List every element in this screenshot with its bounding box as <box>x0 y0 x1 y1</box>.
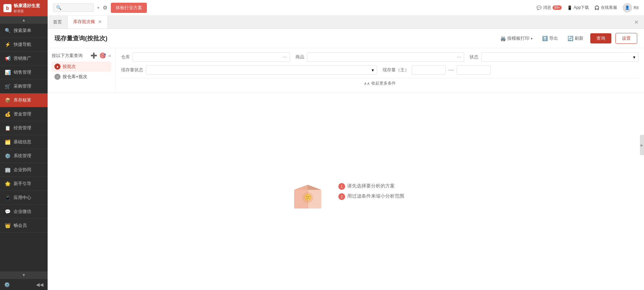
warehouse-input[interactable]: ··· <box>133 52 290 62</box>
sidebar-item-newuser[interactable]: 🌟 新手引导 <box>0 177 48 191</box>
quicknav-icon: ⚡ <box>4 41 11 48</box>
messages-label: 消息 <box>543 5 551 11</box>
sidebar-item-quicknav[interactable]: ⚡ 快捷导航 <box>0 38 48 52</box>
sidebar-item-wechat[interactable]: 💬 企业微信 <box>0 205 48 219</box>
wechat-icon: 💬 <box>4 208 11 215</box>
status-chevron-icon: ▾ <box>633 55 635 60</box>
scheme-item-warehouse-batch[interactable]: ○ 按仓库+批次 <box>52 72 111 82</box>
sidebar-item-finance[interactable]: 💰 资金管理 <box>0 107 48 121</box>
sidebar: b 畅康通好生意 标准版 ▲ 🔍 搜索菜单 ⚡ 快捷导航 📢 营销推广 📊 销售… <box>0 0 48 290</box>
sidebar-scroll-down[interactable]: ▼ <box>0 271 48 279</box>
system-icon: ⚙️ <box>4 152 11 159</box>
topbar-gear-icon[interactable]: ⚙ <box>103 4 107 11</box>
collapse-left-icon[interactable]: « <box>108 53 111 59</box>
sidebar-item-purchase[interactable]: 🛒 采购管理 <box>0 79 48 93</box>
tab-inventory-batch-label: 库存批次账 <box>73 19 95 25</box>
main-area: 🔍 ▾ ⚙ 体验行业方案 💬 消息 99+ 📱 App下载 🎧 在线客服 👤 R <box>48 0 644 290</box>
export-icon: ⬆️ <box>542 36 548 41</box>
sidebar-item-label-search: 搜索菜单 <box>14 28 31 34</box>
search-input[interactable] <box>63 5 90 10</box>
hint-num-2: 2 <box>338 193 345 200</box>
finance-icon: 💰 <box>4 111 11 117</box>
print-icon: 🖨️ <box>500 36 506 41</box>
query-btn[interactable]: 查询 <box>590 33 611 43</box>
settings-icon[interactable]: ⚙️ <box>4 282 10 287</box>
sidebar-item-label-marketing: 营销推广 <box>14 55 31 61</box>
refresh-label: 刷新 <box>575 35 583 41</box>
sidebar-item-member[interactable]: 👑 畅会员 <box>0 219 48 233</box>
user-area[interactable]: 👤 Rit <box>623 3 639 13</box>
quantity-min-input[interactable] <box>412 65 446 75</box>
app-logo: b <box>3 4 12 12</box>
empty-text-area: 1 请先选择要分析的方案 2 用过滤条件来缩小分析范围 <box>338 183 404 200</box>
add-scheme-icon[interactable]: ➕ <box>90 52 97 59</box>
collapse-label: 收起更多条件 <box>371 80 396 86</box>
refresh-icon: 🔄 <box>567 36 573 41</box>
product-more-icon[interactable]: ··· <box>457 54 461 60</box>
sidebar-item-inventory[interactable]: 📦 库存核算 <box>0 93 48 107</box>
refresh-btn[interactable]: 🔄 刷新 <box>565 34 586 43</box>
sidebar-scroll-up[interactable]: ▲ <box>0 16 48 24</box>
print-template-label: 按模板打印 <box>507 35 529 41</box>
scheme-label-warehouse-batch: 按仓库+批次 <box>63 74 87 80</box>
export-btn[interactable]: ⬆️ 导出 <box>539 34 561 43</box>
app-title-area: 畅康通好生意 标准版 <box>14 3 44 14</box>
settings-btn[interactable]: 设置 <box>615 33 637 44</box>
empty-illustration: 😕 <box>287 171 328 212</box>
quantity-max-input[interactable] <box>457 65 491 75</box>
tab-inventory-batch[interactable]: 库存批次账 ✕ <box>68 16 108 29</box>
sidebar-item-label-wechat: 企业微信 <box>14 209 31 215</box>
sidebar-item-label-quicknav: 快捷导航 <box>14 41 31 48</box>
sidebar-item-label-basic: 基础信息 <box>14 139 31 145</box>
filter-field-warehouse: 仓库 ··· <box>121 52 290 62</box>
warehouse-more-icon[interactable]: ··· <box>282 54 287 60</box>
filter-panel: 按以下方案查询 ➕ 🎯 « ● 按批次 ○ 按仓库+批次 <box>48 48 644 93</box>
tab-home[interactable]: 首页 <box>48 16 68 29</box>
filter-field-product: 商品 ··· <box>295 52 464 62</box>
scheme-settings-icon[interactable]: 🎯 <box>99 52 106 59</box>
topbar-chevron-icon[interactable]: ▾ <box>97 5 99 10</box>
sidebar-item-label-apps: 应用中心 <box>14 195 31 201</box>
sidebar-item-label-inventory: 库存核算 <box>14 97 31 103</box>
scheme-icon-warehouse-batch: ○ <box>54 74 61 80</box>
search-icon: 🔍 <box>4 27 11 34</box>
tab-panel-close-icon[interactable]: ✕ <box>629 16 644 28</box>
sidebar-item-apps[interactable]: 📱 应用中心 <box>0 191 48 205</box>
tab-home-label: 首页 <box>53 19 62 25</box>
collapse-more-btn[interactable]: ∧∧ 收起更多条件 <box>121 78 639 88</box>
messages-btn[interactable]: 💬 消息 99+ <box>537 5 562 11</box>
avatar: 👤 <box>623 3 632 13</box>
operations-icon: 📋 <box>4 125 11 131</box>
inventory-status-select[interactable]: ▾ <box>146 65 377 75</box>
topbar-search[interactable]: 🔍 <box>53 3 94 12</box>
tab-close-icon[interactable]: ✕ <box>98 19 102 24</box>
collapse-icon[interactable]: ◀◀ <box>36 282 44 287</box>
status-select[interactable]: ▾ <box>481 52 639 62</box>
sidebar-item-marketing[interactable]: 📢 营销推广 <box>0 52 48 66</box>
print-chevron-icon: ▾ <box>531 37 532 40</box>
sidebar-item-enterprise[interactable]: 🏢 企业协同 <box>0 163 48 177</box>
product-input[interactable]: ··· <box>307 52 464 62</box>
filter-field-inventory-status: 现存量状态 ▾ <box>121 65 377 75</box>
sidebar-item-system[interactable]: ⚙️ 系统管理 <box>0 149 48 163</box>
empty-hint-2: 2 用过滤条件来缩小分析范围 <box>338 193 404 200</box>
sidebar-item-basic[interactable]: 🗂️ 基础信息 <box>0 135 48 149</box>
sidebar-item-label-purchase: 采购管理 <box>14 83 31 89</box>
sidebar-item-label-sales: 销售管理 <box>14 69 31 75</box>
app-download-btn[interactable]: 📱 App下载 <box>567 5 589 11</box>
scheme-item-batch[interactable]: ● 按批次 <box>52 61 111 72</box>
filter-left-header: 按以下方案查询 ➕ 🎯 « <box>52 52 111 59</box>
user-name: Rit <box>633 5 639 10</box>
online-service-btn[interactable]: 🎧 在线客服 <box>594 5 617 11</box>
sidebar-item-search[interactable]: 🔍 搜索菜单 <box>0 24 48 38</box>
print-template-btn[interactable]: 🖨️ 按模板打印 ▾ <box>497 34 535 43</box>
sidebar-footer: ⚙️ ◀◀ <box>0 279 48 290</box>
right-sidebar-toggle[interactable]: ▶ <box>640 135 644 155</box>
sidebar-item-operations[interactable]: 📋 经营管理 <box>0 121 48 135</box>
newuser-icon: 🌟 <box>4 180 11 187</box>
experience-btn[interactable]: 体验行业方案 <box>111 3 147 13</box>
purchase-icon: 🛒 <box>4 83 11 90</box>
enterprise-icon: 🏢 <box>4 166 11 173</box>
sidebar-item-sales[interactable]: 📊 销售管理 <box>0 66 48 79</box>
headset-icon: 🎧 <box>594 5 599 10</box>
